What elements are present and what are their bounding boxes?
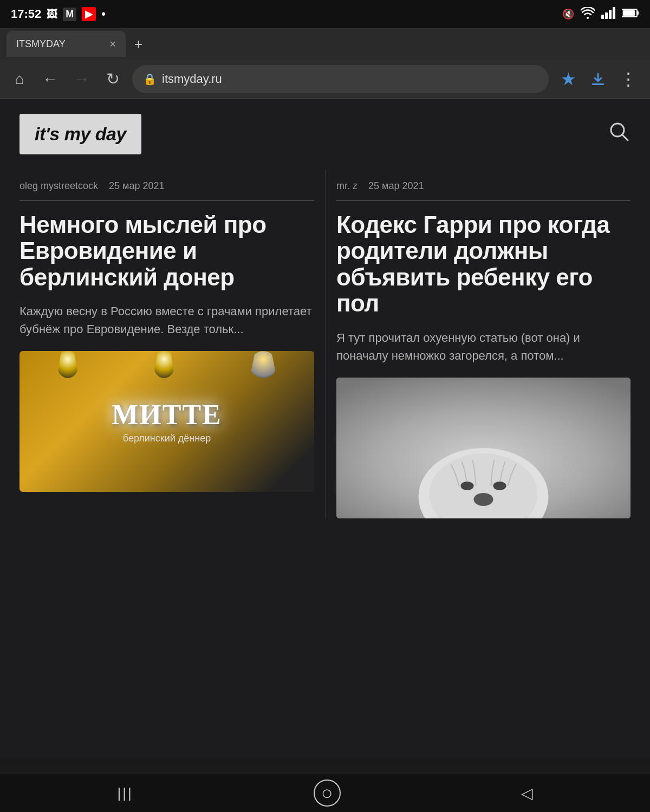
dog-photo (336, 378, 630, 518)
signal-icon (601, 7, 615, 22)
email-icon: M (63, 8, 76, 21)
svg-rect-0 (601, 15, 604, 19)
browser-tabs: ITSMYDAY × + (0, 28, 650, 60)
article-meta-1: oleg mystreetcock 25 мар 2021 (20, 180, 314, 192)
toolbar-actions: ★ ⋮ (557, 66, 641, 93)
address-bar[interactable]: 🔒 itsmyday.ru (132, 65, 549, 93)
mitte-sub-text: берлинский дённер (112, 433, 222, 444)
svg-point-14 (493, 482, 506, 490)
mitte-sign-container: МИТТЕ берлинский дённер (112, 399, 222, 444)
nav-spacer (0, 518, 650, 556)
article-image-1[interactable]: МИТТЕ берлинский дённер (20, 351, 314, 492)
battery-icon (622, 8, 639, 21)
back-button[interactable]: ← (39, 67, 62, 92)
article-card-1: oleg mystreetcock 25 мар 2021 Немного мы… (20, 170, 325, 518)
active-tab[interactable]: ITSMYDAY × (6, 31, 126, 57)
recent-apps-button[interactable]: ||| (106, 779, 144, 807)
url-display: itsmyday.ru (162, 72, 538, 86)
divider-1 (20, 200, 314, 201)
title-2[interactable]: Кодекс Гарри про когда родители должны о… (336, 212, 630, 317)
tab-close-button[interactable]: × (109, 38, 116, 50)
author-2: mr. z (336, 180, 358, 192)
home-button[interactable]: ⌂ (9, 67, 30, 91)
back-nav-button[interactable]: ◁ (510, 779, 544, 808)
lamp-1 (57, 351, 79, 378)
status-bar: 17:52 🖼 M ▶ • 🔇 (0, 0, 650, 28)
site-logo[interactable]: it's my day (20, 114, 141, 154)
svg-rect-6 (623, 10, 635, 16)
lamp-row (20, 351, 314, 384)
forward-button[interactable]: → (70, 67, 93, 92)
article-card-2: mr. z 25 мар 2021 Кодекс Гарри про когда… (325, 170, 630, 518)
android-nav-bar: ||| ○ ◁ (0, 774, 650, 812)
svg-rect-5 (637, 11, 639, 15)
article-image-2[interactable] (336, 378, 630, 518)
svg-rect-1 (605, 12, 608, 19)
svg-point-13 (461, 482, 474, 490)
mitte-restaurant-image: МИТТЕ берлинский дённер (20, 351, 314, 492)
excerpt-1: Каждую весну в Россию вместе с грачами п… (20, 302, 314, 338)
browser-toolbar: ⌂ ← → ↻ 🔒 itsmyday.ru ★ ⋮ (0, 60, 650, 99)
webpage-content: it's my day oleg mystreetcock 25 мар 202… (0, 99, 650, 759)
title-1[interactable]: Немного мыслей про Евровидение и берлинс… (20, 212, 314, 290)
lamp-2 (153, 351, 175, 378)
download-button[interactable] (587, 68, 609, 90)
svg-rect-7 (592, 83, 604, 85)
dog-svg (336, 378, 630, 518)
lock-icon: 🔒 (143, 73, 157, 86)
mute-icon: 🔇 (562, 8, 574, 20)
articles-grid: oleg mystreetcock 25 мар 2021 Немного мы… (0, 170, 650, 518)
svg-point-15 (474, 493, 493, 506)
search-button[interactable] (608, 120, 630, 148)
menu-button[interactable]: ⋮ (616, 66, 641, 93)
date-1: 25 мар 2021 (109, 180, 164, 192)
date-2: 25 мар 2021 (368, 180, 424, 192)
time-display: 17:52 (11, 7, 41, 21)
svg-rect-2 (609, 10, 612, 19)
gallery-icon: 🖼 (47, 8, 57, 21)
mitte-sign-text: МИТТЕ (112, 399, 222, 431)
youtube-icon: ▶ (82, 7, 96, 21)
svg-rect-3 (613, 7, 615, 19)
status-bar-left: 17:52 🖼 M ▶ • (11, 7, 106, 21)
excerpt-2: Я тут прочитал охуенную статью (вот она)… (336, 329, 630, 365)
author-1: oleg mystreetcock (20, 180, 98, 192)
site-header: it's my day (0, 99, 650, 170)
status-bar-right: 🔇 (562, 7, 639, 22)
article-meta-2: mr. z 25 мар 2021 (336, 180, 630, 192)
bookmark-button[interactable]: ★ (557, 66, 580, 93)
wifi-icon (581, 7, 595, 22)
refresh-button[interactable]: ↻ (102, 66, 123, 92)
divider-2 (336, 200, 630, 201)
new-tab-button[interactable]: + (128, 31, 149, 57)
notification-dot: • (101, 7, 106, 21)
lamp-3 (250, 351, 277, 378)
home-nav-button[interactable]: ○ (314, 779, 341, 807)
tab-title: ITSMYDAY (16, 38, 104, 50)
